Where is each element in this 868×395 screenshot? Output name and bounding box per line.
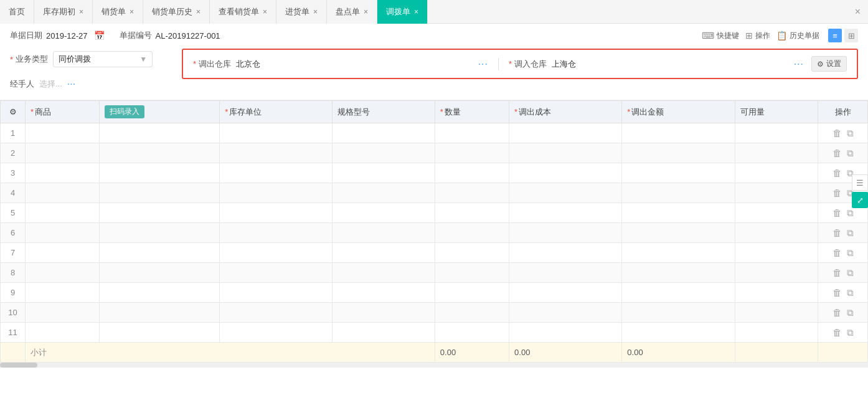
cost-cell[interactable] — [509, 263, 622, 283]
cost-cell[interactable] — [509, 283, 622, 303]
product-cell[interactable] — [26, 243, 100, 263]
copy-icon[interactable]: ⧉ — [847, 207, 854, 219]
copy-icon[interactable]: ⧉ — [847, 227, 854, 239]
copy-icon[interactable]: ⧉ — [847, 128, 854, 139]
copy-icon[interactable]: ⧉ — [847, 247, 854, 259]
product-cell[interactable] — [26, 163, 100, 183]
person-dots[interactable]: ··· — [67, 79, 75, 90]
qty-cell[interactable] — [435, 183, 509, 203]
settings-button[interactable]: ⚙ 设置 — [811, 56, 847, 72]
col-gear[interactable]: ⚙ — [1, 101, 26, 123]
copy-icon[interactable]: ⧉ — [847, 307, 854, 318]
tab-transfer[interactable]: 调拨单 × — [377, 0, 428, 24]
product-cell[interactable] — [26, 323, 100, 343]
wh-out-value[interactable]: 北京仓 — [236, 59, 473, 70]
tab-transfer-close[interactable]: × — [414, 7, 418, 16]
product-cell[interactable] — [26, 283, 100, 303]
amount-cell[interactable] — [622, 303, 735, 323]
amount-cell[interactable] — [622, 183, 735, 203]
qty-cell[interactable] — [435, 143, 509, 163]
product-cell[interactable] — [26, 183, 100, 203]
wh-in-dots[interactable]: ··· — [794, 59, 804, 70]
horizontal-scrollbar[interactable] — [0, 363, 868, 368]
delete-icon[interactable]: 🗑 — [833, 287, 842, 298]
qty-cell[interactable] — [435, 203, 509, 223]
delete-icon[interactable]: 🗑 — [833, 227, 842, 238]
cost-cell[interactable] — [509, 203, 622, 223]
qty-cell[interactable] — [435, 283, 509, 303]
amount-cell[interactable] — [622, 323, 735, 343]
delete-icon[interactable]: 🗑 — [833, 267, 842, 278]
copy-icon[interactable]: ⧉ — [847, 327, 854, 338]
qty-cell[interactable] — [435, 243, 509, 263]
amount-cell[interactable] — [622, 263, 735, 283]
qty-cell[interactable] — [435, 223, 509, 243]
wh-in-value[interactable]: 上海仓 — [552, 59, 789, 70]
scrollbar-thumb[interactable] — [0, 363, 37, 368]
tab-home[interactable]: 首页 — [0, 0, 34, 24]
cost-cell[interactable] — [509, 243, 622, 263]
delete-icon[interactable]: 🗑 — [833, 168, 842, 178]
delete-icon[interactable]: 🗑 — [833, 327, 842, 338]
tab-sales-history[interactable]: 销货单历史 × — [143, 0, 210, 24]
product-cell[interactable] — [26, 143, 100, 163]
side-list-icon[interactable]: ☰ — [852, 174, 868, 191]
tab-sales-order-close[interactable]: × — [130, 7, 134, 16]
copy-icon[interactable]: ⧉ — [847, 148, 854, 159]
tab-inventory-init[interactable]: 库存期初 × — [34, 0, 93, 24]
amount-cell[interactable] — [622, 203, 735, 223]
delete-icon[interactable]: 🗑 — [833, 128, 842, 138]
qty-cell[interactable] — [435, 163, 509, 183]
amount-cell[interactable] — [622, 243, 735, 263]
amount-cell[interactable] — [622, 163, 735, 183]
product-cell[interactable] — [26, 123, 100, 143]
side-expand-icon[interactable]: ⤢ — [852, 192, 868, 208]
tab-sales-history-close[interactable]: × — [196, 7, 200, 16]
ops-btn[interactable]: ⊞ 操作 — [745, 31, 770, 41]
tab-sales-order[interactable]: 销货单 × — [93, 0, 143, 24]
product-cell[interactable] — [26, 263, 100, 283]
copy-icon[interactable]: ⧉ — [847, 287, 854, 298]
copy-icon[interactable]: ⧉ — [847, 267, 854, 278]
qty-cell[interactable] — [435, 323, 509, 343]
biz-type-select[interactable]: 同价调拨 ▼ — [53, 51, 153, 67]
amount-cell[interactable] — [622, 143, 735, 163]
cost-cell[interactable] — [509, 183, 622, 203]
tab-inventory-init-close[interactable]: × — [79, 7, 83, 16]
calendar-icon[interactable]: 📅 — [94, 31, 105, 40]
tab-purchase[interactable]: 进货单 × — [276, 0, 327, 24]
cost-cell[interactable] — [509, 123, 622, 143]
layout-btn-1[interactable]: ≡ — [828, 29, 842, 42]
product-cell[interactable] — [26, 303, 100, 323]
delete-icon[interactable]: 🗑 — [833, 148, 842, 158]
tab-view-sales-close[interactable]: × — [263, 7, 267, 16]
tab-inventory[interactable]: 盘点单 × — [327, 0, 377, 24]
delete-icon[interactable]: 🗑 — [833, 307, 842, 318]
amount-cell[interactable] — [622, 223, 735, 243]
tab-purchase-close[interactable]: × — [313, 7, 318, 16]
cost-cell[interactable] — [509, 303, 622, 323]
cost-cell[interactable] — [509, 163, 622, 183]
delete-icon[interactable]: 🗑 — [833, 207, 842, 218]
layout-btn-2[interactable]: ⊞ — [844, 29, 858, 42]
window-close-button[interactable]: × — [847, 6, 868, 17]
scan-btn[interactable]: 扫码录入 — [105, 105, 144, 118]
amount-cell[interactable] — [622, 123, 735, 143]
cost-cell[interactable] — [509, 143, 622, 163]
delete-icon[interactable]: 🗑 — [833, 247, 842, 258]
amount-cell[interactable] — [622, 283, 735, 303]
delete-icon[interactable]: 🗑 — [833, 188, 842, 198]
product-cell[interactable] — [26, 203, 100, 223]
qty-cell[interactable] — [435, 263, 509, 283]
qty-cell[interactable] — [435, 303, 509, 323]
product-cell[interactable] — [26, 223, 100, 243]
tab-view-sales[interactable]: 查看销货单 × — [210, 0, 276, 24]
person-input[interactable]: 选择... — [39, 79, 62, 90]
wh-out-dots[interactable]: ··· — [478, 59, 488, 70]
cost-cell[interactable] — [509, 323, 622, 343]
cost-cell[interactable] — [509, 223, 622, 243]
history-btn[interactable]: 📋 历史单据 — [776, 31, 819, 41]
qty-cell[interactable] — [435, 123, 509, 143]
doc-date-value[interactable]: 2019-12-27 — [46, 31, 88, 40]
shortcut-btn[interactable]: ⌨ 快捷键 — [702, 31, 739, 41]
